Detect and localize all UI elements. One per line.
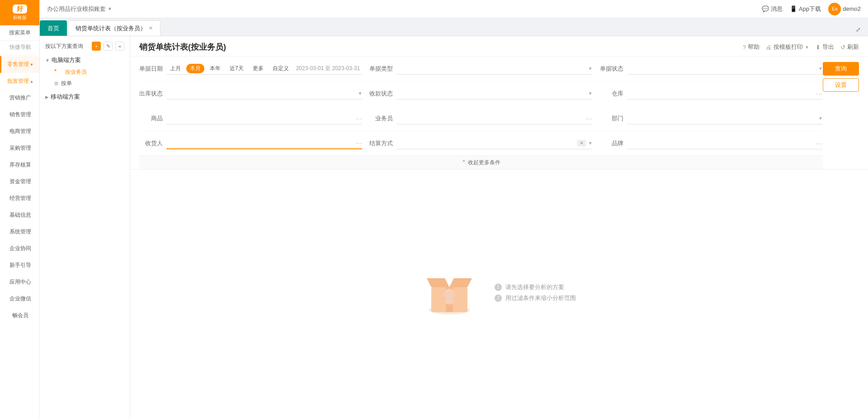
date-range-text: 2023-03-01 至 2023-03-31 (296, 65, 360, 72)
page-header-actions: ? 帮助 🖨 按模板打印 ▼ ⬇ 导出 ↺ 刷新 (743, 43, 859, 51)
empty-illustration (422, 269, 476, 319)
date-btn-this-year[interactable]: 本年 (206, 64, 224, 73)
warehouse-dots[interactable]: ··· (816, 90, 823, 97)
filter-cell-bill-status: 单据状态 ▼ (600, 60, 823, 77)
filter-cell-goods: 商品 ··· (139, 110, 362, 127)
date-btn-more[interactable]: 更多 (249, 64, 267, 73)
tree-desktop-schemes[interactable]: ▼ 电脑端方案 (40, 54, 130, 66)
settlement-field[interactable]: ✕ ▼ (396, 138, 592, 149)
consignee-field[interactable]: ··· (166, 138, 362, 149)
brand-dots[interactable]: ··· (816, 140, 823, 147)
filter-cell-out-status: 出库状态 ▼ (139, 85, 362, 102)
goods-label: 商品 (139, 114, 163, 123)
order-icon: ⊞ (54, 81, 58, 86)
print-dropdown-icon[interactable]: ▼ (805, 45, 809, 50)
sidebar-item-inventory[interactable]: 库存核算 (0, 157, 39, 173)
empty-state: 1 请先选择要分析的方案 2 用过滤条件来缩小分析范围 (130, 170, 868, 418)
tab-expand-button[interactable]: ⤢ (852, 23, 864, 36)
sidebar-item-sales[interactable]: 销售管理 (0, 106, 39, 123)
sidebar-item-enterprise[interactable]: 企业协同 (0, 240, 39, 257)
payment-status-field[interactable]: ▼ (396, 88, 592, 100)
bill-status-dropdown-icon: ▼ (818, 66, 823, 71)
date-label: 单据日期 (139, 65, 163, 73)
goods-dots[interactable]: ··· (356, 115, 363, 122)
filter-cell-staff: 业务员 ··· (369, 110, 592, 127)
topbar-dropdown-icon[interactable]: ▼ (108, 6, 112, 11)
refresh-button[interactable]: ↺ 刷新 (840, 43, 859, 51)
bill-status-field[interactable]: ▼ (627, 63, 823, 75)
sidebar-item-newbie[interactable]: 新手引导 (0, 257, 39, 274)
sidebar-item-member[interactable]: 畅会员 (0, 307, 39, 324)
tab-sales-stat[interactable]: 销货单统计表（按业务员） ✕ (68, 20, 160, 36)
export-button[interactable]: ⬇ 导出 (816, 43, 834, 51)
staff-dots[interactable]: ··· (586, 115, 593, 122)
print-button[interactable]: 🖨 按模板打印 ▼ (766, 43, 809, 51)
svg-marker-2 (427, 278, 449, 287)
refresh-icon: ↺ (840, 44, 845, 51)
date-btn-7days[interactable]: 近7天 (226, 64, 247, 73)
message-button[interactable]: 💬 消息 (762, 5, 783, 13)
message-icon: 💬 (762, 5, 769, 12)
brand-field[interactable]: ··· (627, 138, 823, 149)
sidebar-item-purchase[interactable]: 采购管理 (0, 140, 39, 157)
date-btn-custom[interactable]: 自定义 (269, 64, 292, 73)
tree-item-by-staff[interactable]: ● 按业务员 (40, 66, 130, 78)
query-button[interactable]: 查询 (823, 62, 859, 76)
goods-field[interactable]: ··· (166, 113, 362, 124)
sidebar-item-finance[interactable]: 资金管理 (0, 173, 39, 190)
sidebar-item-quick-nav[interactable]: 快捷导航 (0, 41, 39, 54)
sidebar-item-wholesale[interactable]: 批发管理 ▲ (0, 73, 39, 90)
svg-point-6 (445, 297, 454, 304)
content-area: 按以下方案查询 + ✎ « ▼ 电脑端方案 ● 按业务员 ⊞ 按单 ▶ (40, 36, 868, 418)
sidebar-divider (4, 55, 36, 55)
tab-home[interactable]: 首页 (40, 20, 67, 36)
page-header: 销货单统计表(按业务员) ? 帮助 🖨 按模板打印 ▼ ⬇ 导出 (130, 36, 868, 57)
add-scheme-button[interactable]: + (92, 42, 101, 51)
sidebar-item-retail[interactable]: 零售管理 ▼ (0, 56, 39, 73)
dept-dropdown-icon: ▼ (818, 116, 823, 121)
warehouse-field[interactable]: ··· (627, 88, 823, 100)
tab-close-icon[interactable]: ✕ (149, 25, 153, 31)
sidebar-item-corp-wechat[interactable]: 企业微信 (0, 290, 39, 307)
tree-item-by-order[interactable]: ⊞ 按单 (40, 78, 130, 89)
dept-field[interactable]: ▼ (627, 113, 823, 124)
left-panel-header-icons: + ✎ « (92, 42, 124, 51)
staff-field[interactable]: ··· (396, 113, 592, 124)
user-avatar[interactable]: Ea demo2 (828, 3, 861, 15)
export-icon: ⬇ (816, 44, 821, 51)
consignee-input[interactable] (166, 139, 356, 147)
dept-label: 部门 (600, 114, 623, 123)
sidebar-item-system[interactable]: 系统管理 (0, 223, 39, 240)
collapse-bar[interactable]: ⌃ 收起更多条件 (139, 156, 823, 169)
sidebar-item-operations[interactable]: 经营管理 (0, 190, 39, 207)
download-icon: 📱 (790, 5, 797, 12)
filter-row-2: 出库状态 ▼ 收款状态 ▼ (139, 81, 823, 106)
help-button[interactable]: ? 帮助 (743, 43, 760, 51)
date-btn-last-month[interactable]: 上月 (166, 64, 184, 73)
edit-scheme-button[interactable]: ✎ (104, 42, 113, 51)
empty-state-content: 1 请先选择要分析的方案 2 用过滤条件来缩小分析范围 (422, 269, 576, 319)
chevron-right-icon: ▶ (45, 95, 49, 100)
settlement-tag: ✕ (577, 140, 586, 147)
tree-mobile-schemes[interactable]: ▶ 移动端方案 (40, 91, 130, 103)
date-btn-this-month[interactable]: 本月 (186, 64, 204, 73)
sidebar-item-marketing[interactable]: 营销推广 (0, 90, 39, 106)
action-buttons: 查询 设置 (823, 57, 859, 92)
filter-cell-bill-type: 单据类型 ▼ (369, 60, 592, 77)
bill-type-field[interactable]: ▼ (396, 63, 592, 75)
sidebar-search-label[interactable]: 搜索菜单 (0, 25, 39, 41)
collapse-panel-button[interactable]: « (115, 42, 124, 51)
app-download-button[interactable]: 📱 App下载 (790, 5, 821, 13)
filter-cell-payment-status: 收款状态 ▼ (369, 85, 592, 102)
topbar-title: 办公用品行业模拟账套 ▼ (47, 5, 756, 13)
left-panel: 按以下方案查询 + ✎ « ▼ 电脑端方案 ● 按业务员 ⊞ 按单 ▶ (40, 36, 130, 418)
sidebar-item-basics[interactable]: 基础信息 (0, 207, 39, 223)
settlement-tag-remove[interactable]: ✕ (580, 140, 584, 146)
sidebar-item-app-center[interactable]: 应用中心 (0, 274, 39, 290)
out-status-field[interactable]: ▼ (166, 88, 362, 100)
consignee-dots[interactable]: ··· (356, 139, 363, 147)
settings-button[interactable]: 设置 (823, 78, 859, 92)
topbar-actions: 💬 消息 📱 App下载 Ea demo2 (762, 3, 861, 15)
date-field[interactable]: 上月 本月 本年 近7天 更多 自定义 2023-03-01 至 2023-03… (166, 63, 362, 75)
sidebar-item-ecom[interactable]: 电商管理 (0, 123, 39, 140)
